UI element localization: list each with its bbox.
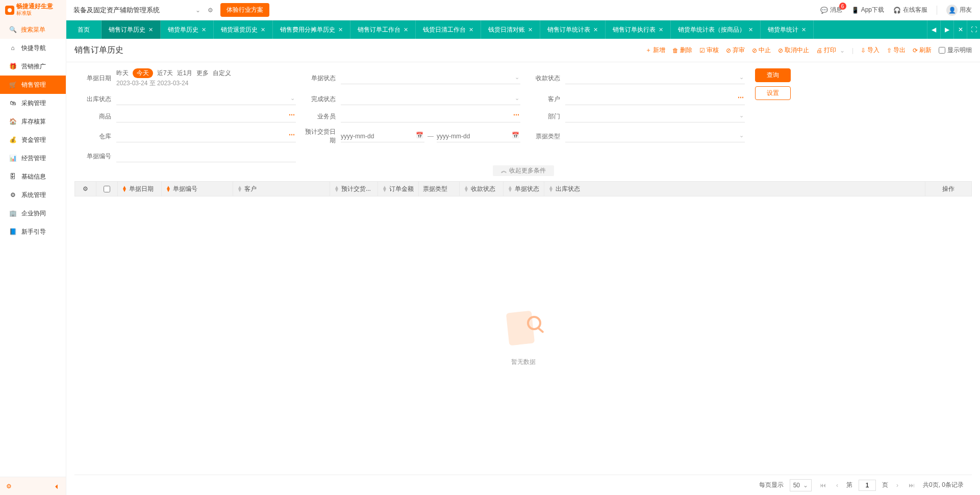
date-chip-4[interactable]: 更多 xyxy=(196,69,209,78)
chevron-down-icon[interactable]: ⌄ xyxy=(515,95,519,102)
filter-pay-input[interactable]: ⌄ xyxy=(565,72,745,84)
sidebar-item-3[interactable]: 🛍采购管理 xyxy=(0,94,66,112)
close-icon[interactable]: ✕ xyxy=(404,27,408,33)
filter-sales-input[interactable]: ⋯ xyxy=(341,110,520,122)
app-download-button[interactable]: 📱 App下载 xyxy=(851,6,884,14)
col-amount[interactable]: ▲▼订单金额 xyxy=(378,182,419,196)
close-icon[interactable]: ✕ xyxy=(469,27,473,33)
filter-out-input[interactable]: ⌄ xyxy=(116,93,296,105)
filter-wh-input[interactable]: ⋯ xyxy=(116,130,296,142)
sidebar-item-6[interactable]: 📊经营管理 xyxy=(0,149,66,167)
table-settings-col[interactable]: ⚙ xyxy=(75,182,96,196)
date-chip-1[interactable]: 今天 xyxy=(133,68,153,78)
chevron-down-icon[interactable]: ⌄ xyxy=(739,112,744,119)
close-icon[interactable]: ✕ xyxy=(148,27,153,33)
pager-last[interactable]: ⏭ xyxy=(907,482,917,489)
user-menu[interactable]: 👤 用友 xyxy=(946,5,972,16)
sidebar-item-10[interactable]: 📘新手引导 xyxy=(0,222,66,241)
tab-7[interactable]: 钱货日清对账✕ xyxy=(481,20,540,39)
date-chip-3[interactable]: 近1月 xyxy=(177,69,193,78)
close-icon[interactable]: ✕ xyxy=(528,27,533,33)
deliver-to-input[interactable]: 📅 xyxy=(437,130,520,142)
system-gear-icon[interactable]: ⚙ xyxy=(208,7,213,14)
tab-1[interactable]: 销售订单历史✕ xyxy=(102,20,161,39)
col-ticket[interactable]: 票据类型 xyxy=(419,182,460,196)
chevron-down-icon[interactable]: ⌄ xyxy=(739,132,744,139)
date-chip-5[interactable]: 自定义 xyxy=(213,69,231,78)
print-button[interactable]: 🖨打印⌄ xyxy=(816,46,845,55)
tab-close-all[interactable]: ✕ xyxy=(953,20,967,39)
customer-service-button[interactable]: 🎧 在线客服 xyxy=(893,6,927,14)
close-icon[interactable]: ✕ xyxy=(593,27,598,33)
sidebar-item-8[interactable]: ⚙系统管理 xyxy=(0,186,66,204)
sidebar-item-4[interactable]: 🏠库存核算 xyxy=(0,112,66,131)
sidebar-settings-icon[interactable]: ⚙ xyxy=(6,483,12,490)
sidebar-item-0[interactable]: ⌂快捷导航 xyxy=(0,39,66,57)
filter-done-input[interactable]: ⌄ xyxy=(341,93,520,105)
tab-2[interactable]: 销货单历史✕ xyxy=(161,20,214,39)
date-chip-0[interactable]: 昨天 xyxy=(116,69,129,78)
sidebar-item-2[interactable]: 🛒销售管理 xyxy=(0,76,66,94)
deliver-from-input[interactable]: 📅 xyxy=(341,130,424,142)
import-button[interactable]: ⇩导入 xyxy=(861,46,880,55)
tab-8[interactable]: 销售订单统计表✕ xyxy=(540,20,606,39)
filter-ticket-input[interactable]: ⌄ xyxy=(565,130,745,142)
system-name[interactable]: 装备及固定资产辅助管理系统 xyxy=(73,6,160,15)
messages-button[interactable]: 💬 消息 6 xyxy=(820,6,842,14)
export-button[interactable]: ⇧导出 xyxy=(887,46,906,55)
tab-11[interactable]: 销货单统计✕ xyxy=(761,20,814,39)
sidebar-item-9[interactable]: 🏢企业协同 xyxy=(0,204,66,222)
col-deliver[interactable]: ▲▼预计交货... xyxy=(330,182,378,196)
close-icon[interactable]: ✕ xyxy=(202,27,206,33)
stop-button[interactable]: ⊘中止 xyxy=(752,46,771,55)
col-out[interactable]: ▲▼出库状态 xyxy=(544,182,925,196)
sidebar-item-5[interactable]: 💰资金管理 xyxy=(0,131,66,149)
col-pay[interactable]: ▲▼收款状态 xyxy=(460,182,504,196)
discard-button[interactable]: ⊘弃审 xyxy=(726,46,745,55)
close-icon[interactable]: ✕ xyxy=(659,27,663,33)
col-customer[interactable]: ▲▼客户 xyxy=(233,182,330,196)
col-status[interactable]: ▲▼单据状态 xyxy=(504,182,544,196)
filter-dept-input[interactable]: ⌄ xyxy=(565,110,745,122)
more-icon[interactable]: ⋯ xyxy=(513,111,519,118)
tab-3[interactable]: 销货退货历史✕ xyxy=(214,20,273,39)
pager-page-input[interactable] xyxy=(859,480,876,491)
calendar-icon[interactable]: 📅 xyxy=(416,132,423,139)
unstop-button[interactable]: ⊘取消中止 xyxy=(778,46,809,55)
tab-10[interactable]: 销货单统计表（按商品）✕ xyxy=(671,20,761,39)
sidebar-collapse-icon[interactable]: ⏴ xyxy=(54,483,60,490)
sidebar-item-1[interactable]: 🎁营销推广 xyxy=(0,57,66,76)
more-icon[interactable]: ⋯ xyxy=(289,131,295,138)
filter-status-input[interactable]: ⌄ xyxy=(341,72,520,84)
chevron-down-icon[interactable]: ⌄ xyxy=(515,74,519,81)
calendar-icon[interactable]: 📅 xyxy=(512,132,519,139)
close-icon[interactable]: ✕ xyxy=(748,27,753,33)
sidebar-search[interactable]: 🔍 搜索菜单 xyxy=(0,20,66,39)
date-chip-2[interactable]: 近7天 xyxy=(157,69,173,78)
pager-prev[interactable]: ‹ xyxy=(834,482,840,489)
tab-9[interactable]: 销售订单执行表✕ xyxy=(606,20,671,39)
cta-button[interactable]: 体验行业方案 xyxy=(220,3,269,17)
filter-code-input[interactable] xyxy=(116,150,296,162)
chevron-down-icon[interactable]: ⌄ xyxy=(290,95,295,102)
tab-fullscreen[interactable]: ⛶ xyxy=(967,20,980,39)
col-code[interactable]: ▲▼单据编号 xyxy=(162,182,233,196)
table-select-all[interactable] xyxy=(96,182,118,196)
show-detail-checkbox[interactable]: 显示明细 xyxy=(939,46,972,55)
tabs-scroll-right[interactable]: ▶ xyxy=(940,20,953,39)
tab-0[interactable]: 首页 xyxy=(66,20,102,39)
more-icon[interactable]: ⋯ xyxy=(738,94,744,101)
filter-cust-input[interactable]: ⋯ xyxy=(565,93,745,105)
sidebar-item-7[interactable]: 🗄基础信息 xyxy=(0,167,66,186)
close-icon[interactable]: ✕ xyxy=(261,27,265,33)
chevron-down-icon[interactable]: ⌄ xyxy=(739,74,744,81)
tab-5[interactable]: 销售订单工作台✕ xyxy=(350,20,416,39)
add-button[interactable]: ＋新增 xyxy=(645,46,665,55)
filter-prod-input[interactable]: ⋯ xyxy=(116,110,296,122)
refresh-button[interactable]: ⟳刷新 xyxy=(913,46,932,55)
more-icon[interactable]: ⋯ xyxy=(289,111,295,118)
system-dropdown-icon[interactable]: ⌄ xyxy=(195,7,200,14)
pager-first[interactable]: ⏮ xyxy=(818,482,828,489)
tab-4[interactable]: 销售费用分摊单历史✕ xyxy=(273,20,350,39)
setting-button[interactable]: 设置 xyxy=(755,86,791,100)
